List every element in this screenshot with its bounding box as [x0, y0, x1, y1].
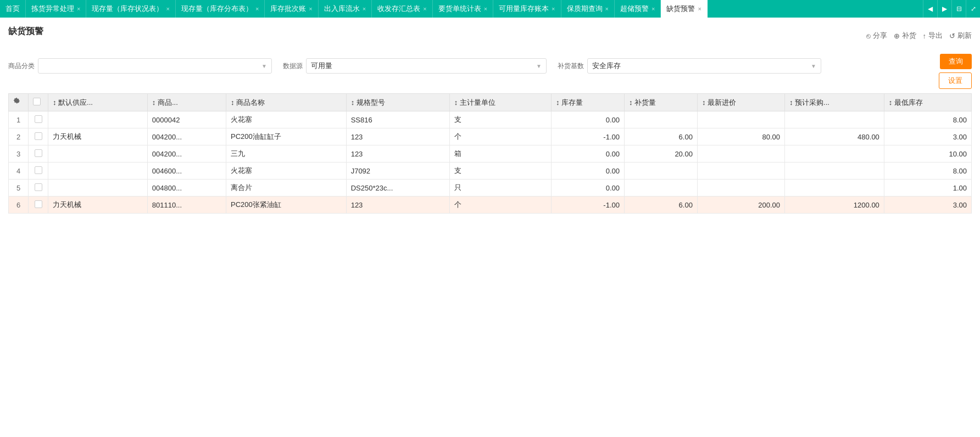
page-title: 缺货预警	[8, 23, 43, 40]
table-row: 2 力天机械 004200... PC200油缸缸子 123 个 -1.00 6…	[9, 128, 972, 145]
row-checkbox[interactable]	[35, 149, 42, 157]
data-table: ↕ 默认供应... ↕ 商品... ↕ 商品名称 ↕ 规格型号 ↕ 主计量单位 …	[8, 93, 972, 214]
datasource-select[interactable]: 可用量 ▼	[306, 58, 547, 74]
row-checkbox[interactable]	[35, 166, 42, 174]
th-label: ↕ 最新进价	[702, 98, 736, 107]
th-supplier[interactable]: ↕ 默认供应...	[48, 94, 148, 111]
close-icon[interactable]: ×	[255, 5, 259, 12]
share-label: 分享	[873, 31, 887, 41]
td-name: 火花塞	[226, 163, 347, 180]
th-replenish[interactable]: ↕ 补货量	[624, 94, 697, 111]
nav-next-button[interactable]: ▶	[937, 0, 951, 18]
td-replenish: 6.00	[624, 197, 697, 214]
td-latest-price	[697, 163, 784, 180]
nav-tab-8[interactable]: 可用量库存账本 ×	[493, 0, 561, 18]
td-checkbox[interactable]	[29, 180, 48, 197]
nav-tab-label: 现存量（库存状况表）	[92, 4, 163, 14]
th-latest-price[interactable]: ↕ 最新进价	[697, 94, 784, 111]
row-checkbox[interactable]	[35, 200, 42, 208]
th-checkbox[interactable]	[29, 94, 48, 111]
td-row-num: 1	[9, 111, 29, 128]
th-stock[interactable]: ↕ 库存量	[552, 94, 625, 111]
nav-tab-label: 保质期查询	[567, 4, 603, 14]
td-min-stock: 3.00	[884, 197, 971, 214]
td-stock: -1.00	[552, 128, 625, 145]
td-row-num: 5	[9, 180, 29, 197]
replenish-icon: ⊕	[894, 32, 900, 40]
td-checkbox[interactable]	[29, 163, 48, 180]
th-code[interactable]: ↕ 商品...	[147, 94, 226, 111]
nav-tab-10[interactable]: 超储预警 ×	[615, 0, 661, 18]
th-label: ↕ 规格型号	[351, 98, 385, 107]
nav-tab-11[interactable]: 缺货预警 ×	[661, 0, 707, 18]
row-checkbox[interactable]	[35, 115, 42, 123]
th-label: ↕ 补货量	[629, 98, 656, 107]
td-checkbox[interactable]	[29, 197, 48, 214]
close-icon[interactable]: ×	[309, 5, 312, 12]
replenish-base-select[interactable]: 安全库存 ▼	[587, 58, 821, 74]
close-icon[interactable]: ×	[605, 5, 609, 12]
td-spec: 123	[346, 197, 449, 214]
close-icon[interactable]: ×	[166, 5, 169, 12]
td-forecast	[785, 163, 884, 180]
share-button[interactable]: ⎋ 分享	[866, 31, 887, 41]
td-stock: -1.00	[552, 197, 625, 214]
nav-tab-3[interactable]: 现存量（库存分布表） ×	[176, 0, 265, 18]
td-latest-price	[697, 180, 784, 197]
th-spec[interactable]: ↕ 规格型号	[346, 94, 449, 111]
row-checkbox[interactable]	[35, 132, 42, 140]
nav-tab-2[interactable]: 现存量（库存状况表） ×	[86, 0, 175, 18]
th-min-stock[interactable]: ↕ 最低库存	[884, 94, 971, 111]
td-forecast	[785, 145, 884, 163]
replenish-button[interactable]: ⊕ 补货	[894, 31, 916, 41]
th-unit[interactable]: ↕ 主计量单位	[449, 94, 551, 111]
nav-tab-label: 超储预警	[620, 4, 649, 14]
nav-tab-9[interactable]: 保质期查询 ×	[561, 0, 615, 18]
th-name[interactable]: ↕ 商品名称	[226, 94, 347, 111]
nav-tab-home[interactable]: 首页	[0, 0, 26, 18]
close-icon[interactable]: ×	[698, 5, 701, 12]
close-icon[interactable]: ×	[423, 5, 426, 12]
td-forecast: 1200.00	[785, 197, 884, 214]
nav-expand-button[interactable]: ⤢	[966, 0, 980, 18]
td-checkbox[interactable]	[29, 128, 48, 145]
th-label: ↕ 主计量单位	[454, 98, 495, 107]
td-replenish	[624, 111, 697, 128]
refresh-button[interactable]: ↺ 刷新	[949, 31, 972, 41]
settings-button[interactable]: 设置	[939, 72, 972, 89]
close-icon[interactable]: ×	[552, 5, 555, 12]
td-checkbox[interactable]	[29, 111, 48, 128]
replenish-base-label: 补货基数	[558, 61, 584, 71]
th-gear[interactable]	[9, 94, 29, 111]
nav-tab-label: 要货单统计表	[438, 4, 481, 14]
td-spec: J7092	[346, 163, 449, 180]
row-checkbox[interactable]	[35, 183, 42, 191]
td-row-num: 2	[9, 128, 29, 145]
nav-tab-label: 库存批次账	[270, 4, 306, 14]
nav-tab-1[interactable]: 拣货异常处理 ×	[26, 0, 86, 18]
td-unit: 只	[449, 180, 551, 197]
export-button[interactable]: ↑ 导出	[923, 31, 943, 41]
td-code: 801110...	[147, 197, 226, 214]
close-icon[interactable]: ×	[484, 5, 487, 12]
th-forecast[interactable]: ↕ 预计采购...	[785, 94, 884, 111]
export-icon: ↑	[923, 32, 927, 40]
query-button[interactable]: 查询	[940, 54, 972, 69]
nav-tab-7[interactable]: 要货单统计表 ×	[433, 0, 493, 18]
nav-tab-6[interactable]: 收发存汇总表 ×	[372, 0, 432, 18]
select-all-checkbox[interactable]	[33, 98, 41, 105]
nav-tab-4[interactable]: 库存批次账 ×	[265, 0, 318, 18]
nav-menu-button[interactable]: ⊟	[951, 0, 966, 18]
close-icon[interactable]: ×	[363, 5, 366, 12]
close-icon[interactable]: ×	[77, 5, 80, 12]
td-stock: 0.00	[552, 145, 625, 163]
nav-tab-5[interactable]: 出入库流水 ×	[319, 0, 372, 18]
nav-prev-button[interactable]: ◀	[923, 0, 937, 18]
td-checkbox[interactable]	[29, 145, 48, 163]
td-supplier	[48, 111, 148, 128]
export-label: 导出	[928, 31, 943, 41]
category-filter: 商品分类 ▼	[8, 58, 272, 74]
td-latest-price: 200.00	[697, 197, 784, 214]
category-select[interactable]: ▼	[38, 58, 272, 74]
close-icon[interactable]: ×	[652, 5, 655, 12]
